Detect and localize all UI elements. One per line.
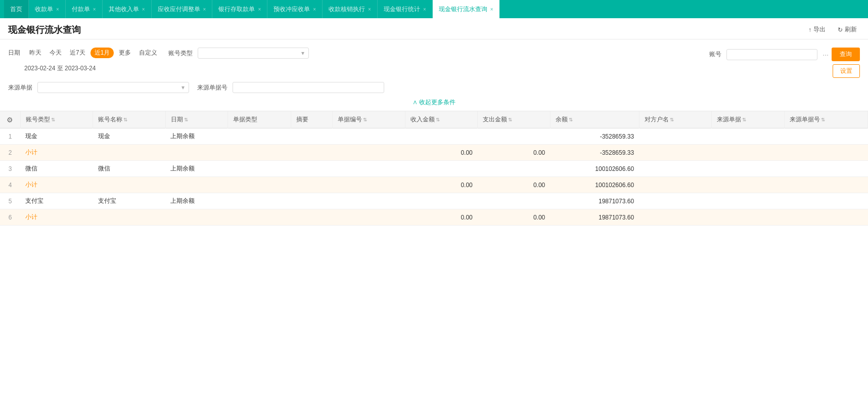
cell-doc-no [333, 209, 405, 226]
nav-tab-label: 现金银行流水查询 [439, 5, 487, 14]
nav-tab-现金银行流水查询[interactable]: 现金银行流水查询× [433, 0, 499, 18]
date-option-1month[interactable]: 近1月 [90, 48, 114, 58]
sort-icon-income[interactable]: ⇅ [436, 117, 440, 122]
export-label: 导出 [813, 25, 826, 34]
nav-tab-应收应付调整单[interactable]: 应收应付调整单× [152, 0, 213, 18]
cell-source-doc [712, 145, 785, 161]
th-balance: 余额⇅ [550, 111, 639, 128]
th-settings[interactable]: ⚙ [0, 111, 20, 128]
nav-tab-close[interactable]: × [490, 7, 493, 12]
source-doc-num-label: 来源单据号 [197, 83, 227, 92]
cell-source-doc [712, 128, 785, 145]
date-option-7days[interactable]: 近7天 [67, 48, 88, 58]
export-button[interactable]: ↑ 导出 [805, 23, 829, 36]
nav-tab-close[interactable]: × [368, 7, 371, 12]
nav-tab-现金银行统计[interactable]: 现金银行统计× [378, 0, 433, 18]
cell-income [405, 128, 478, 145]
nav-tab-银行存取款单[interactable]: 银行存取款单× [212, 0, 267, 18]
table-row: 3微信微信上期余额100102606.60 [0, 161, 868, 177]
nav-tab-close[interactable]: × [56, 7, 59, 12]
date-option-today[interactable]: 今天 [47, 48, 65, 58]
cell-account-type: 微信 [20, 161, 93, 177]
refresh-icon: ↻ [838, 26, 843, 33]
sort-icon-date[interactable]: ⇅ [184, 117, 188, 122]
sort-icon-expense[interactable]: ⇅ [508, 117, 512, 122]
refresh-button[interactable]: ↻ 刷新 [835, 23, 860, 36]
nav-tab-close[interactable]: × [142, 7, 145, 12]
nav-tab-close[interactable]: × [313, 7, 316, 12]
sort-icon-balance[interactable]: ⇅ [569, 117, 573, 122]
page-title: 现金银行流水查询 [8, 24, 81, 36]
account-input[interactable] [726, 49, 817, 60]
date-range: 2023-02-24 至 2023-03-24 [24, 65, 96, 72]
sort-icon-source-doc-no[interactable]: ⇅ [821, 117, 825, 122]
nav-tab-预收冲应收单[interactable]: 预收冲应收单× [267, 0, 323, 18]
main-area: 现金银行流水查询 ↑ 导出 ↻ 刷新 日期 昨天 今天 近7天 [0, 18, 868, 397]
table-wrap: ⚙ 账号类型⇅ 账号名称⇅ 日期⇅ 单据类型 摘要 单据编号⇅ 收入金额⇅ 支出… [0, 111, 868, 226]
cell-account-type: 小计 [20, 177, 93, 193]
account-type-select[interactable]: ▾ [198, 48, 309, 59]
cell-counterpart [639, 193, 712, 209]
sort-icon-counterpart[interactable]: ⇅ [670, 117, 674, 122]
account-dots[interactable]: ··· [823, 51, 829, 59]
table-header-row: ⚙ 账号类型⇅ 账号名称⇅ 日期⇅ 单据类型 摘要 单据编号⇅ 收入金额⇅ 支出… [0, 111, 868, 128]
nav-tab-其他收入单[interactable]: 其他收入单× [103, 0, 152, 18]
cell-expense [478, 161, 551, 177]
collapse-bar[interactable]: ∧ 收起更多条件 [0, 95, 868, 111]
nav-tab-close[interactable]: × [423, 7, 426, 12]
header-actions: ↑ 导出 ↻ 刷新 [805, 23, 860, 36]
cell-source-doc-no [784, 209, 867, 226]
page-header: 现金银行流水查询 ↑ 导出 ↻ 刷新 [0, 18, 868, 39]
cell-source-doc-no [784, 161, 867, 177]
source-doc-arrow: ▾ [181, 84, 185, 91]
cell-expense: 0.00 [478, 145, 551, 161]
nav-tab-收款单[interactable]: 收款单× [29, 0, 66, 18]
date-option-yesterday[interactable]: 昨天 [26, 48, 44, 58]
sort-icon-account-name[interactable]: ⇅ [123, 117, 127, 122]
nav-tab-收款核销执行[interactable]: 收款核销执行× [323, 0, 378, 18]
cell-balance: -3528659.33 [550, 145, 639, 161]
cell-balance: -3528659.33 [550, 128, 639, 145]
collapse-label: 收起更多条件 [419, 99, 455, 106]
collapse-icon: ∧ [413, 99, 418, 106]
nav-tab-close[interactable]: × [203, 7, 206, 12]
source-doc-filter-group: 来源单据 ▾ [8, 82, 189, 93]
nav-tab-close[interactable]: × [93, 7, 96, 12]
cell-counterpart [639, 128, 712, 145]
query-button[interactable]: 查询 [832, 48, 860, 61]
cell-num: 5 [0, 193, 20, 209]
account-label: 账号 [709, 50, 721, 59]
nav-tab-label: 预收冲应收单 [273, 5, 310, 14]
cell-counterpart [639, 161, 712, 177]
table-row: 1现金现金上期余额-3528659.33 [0, 128, 868, 145]
sort-icon-account-type[interactable]: ⇅ [51, 117, 55, 122]
nav-home-label: 首页 [10, 5, 22, 14]
cell-expense: 0.00 [478, 209, 551, 226]
sort-icon-source-doc[interactable]: ⇅ [742, 117, 746, 122]
cell-account-name: 支付宝 [93, 193, 166, 209]
source-doc-num-input[interactable] [233, 82, 384, 93]
cell-source-doc [712, 177, 785, 193]
data-table: ⚙ 账号类型⇅ 账号名称⇅ 日期⇅ 单据类型 摘要 单据编号⇅ 收入金额⇅ 支出… [0, 111, 868, 226]
nav-tab-付款单[interactable]: 付款单× [66, 0, 103, 18]
date-options: 昨天 今天 近7天 近1月 更多 自定义 [26, 48, 160, 58]
gear-icon[interactable]: ⚙ [7, 116, 13, 124]
th-income: 收入金额⇅ [405, 111, 478, 128]
cell-doc-no [333, 145, 405, 161]
cell-num: 2 [0, 145, 20, 161]
date-option-custom[interactable]: 自定义 [136, 48, 160, 58]
cell-source-doc-no [784, 145, 867, 161]
date-option-more[interactable]: 更多 [116, 48, 134, 58]
sort-icon-doc-no[interactable]: ⇅ [363, 117, 367, 122]
cell-num: 4 [0, 177, 20, 193]
settings-button[interactable]: 设置 [833, 64, 860, 78]
nav-home[interactable]: 首页 [4, 0, 29, 18]
cell-account-name [93, 145, 166, 161]
cell-balance: 19871073.60 [550, 193, 639, 209]
nav-tab-close[interactable]: × [258, 7, 261, 12]
cell-source-doc [712, 161, 785, 177]
source-doc-select[interactable]: ▾ [37, 82, 189, 93]
cell-income [405, 161, 478, 177]
nav-tab-label: 现金银行统计 [384, 5, 420, 14]
cell-account-type: 支付宝 [20, 193, 93, 209]
